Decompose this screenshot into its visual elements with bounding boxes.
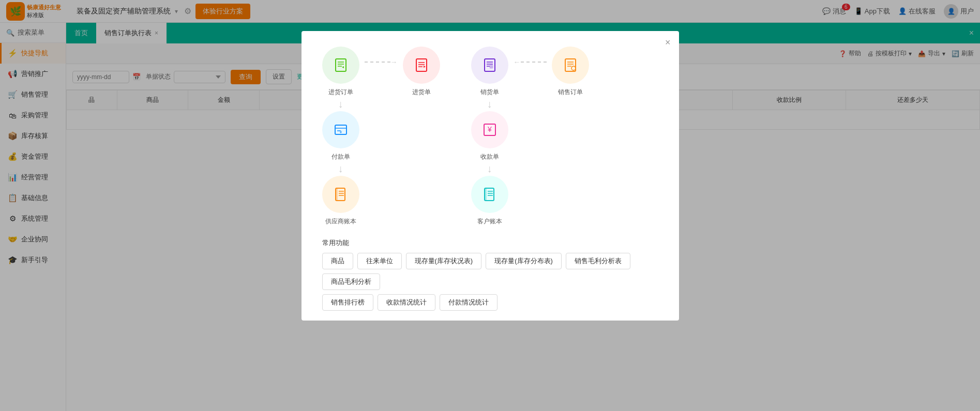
func-btn-sales-gross[interactable]: 销售毛利分析表 bbox=[566, 253, 630, 269]
func-btn-product-gross[interactable]: 商品毛利分析 bbox=[322, 273, 380, 290]
func-btn-partner[interactable]: 往来单位 bbox=[357, 253, 402, 269]
func-btn-payment-stats[interactable]: 付款情况统计 bbox=[440, 294, 497, 311]
purchase-order-label: 进货订单 bbox=[328, 88, 353, 97]
flow-node-payment-slip[interactable]: ¥ 付款单 bbox=[322, 111, 359, 161]
flow-col-mid-right: 销货单 ↓ ¥ 收款单 ↓ 客户账本 bbox=[471, 47, 508, 226]
flow-node-purchase-order[interactable]: 进货订单 bbox=[322, 47, 359, 97]
supplier-ledger-icon bbox=[322, 176, 359, 213]
func-btn-receipt-stats[interactable]: 收款情况统计 bbox=[378, 294, 435, 311]
flow-node-purchase-receipt[interactable]: 进货单 bbox=[403, 47, 440, 97]
purchase-order-icon bbox=[322, 47, 359, 84]
purchase-receipt-label: 进货单 bbox=[412, 88, 431, 97]
flow-node-receipt-slip[interactable]: ¥ 收款单 bbox=[471, 111, 508, 161]
modal: × 进货订单 ↓ ¥ 付款单 ↓ bbox=[301, 31, 679, 321]
modal-scroll-area: ◀ ▶ bbox=[322, 320, 658, 321]
payment-slip-label: 付款单 bbox=[331, 153, 350, 161]
svg-rect-0 bbox=[336, 59, 346, 71]
customer-ledger-icon bbox=[471, 176, 508, 213]
sales-invoice-icon bbox=[471, 47, 508, 84]
receipt-slip-icon: ¥ bbox=[471, 111, 508, 148]
arrow-v-2: ↓ bbox=[338, 161, 343, 176]
arrow-v-3: ↓ bbox=[487, 97, 492, 111]
svg-rect-21 bbox=[490, 65, 493, 68]
func-buttons-row2: 销售排行榜 收款情况统计 付款情况统计 bbox=[322, 294, 658, 311]
receipt-slip-label: 收款单 bbox=[480, 153, 499, 161]
arrow-v-4: ↓ bbox=[487, 161, 492, 176]
sales-invoice-label: 销货单 bbox=[480, 88, 499, 97]
arrow-h-sales: ← bbox=[508, 58, 552, 66]
flow-col-left: 进货订单 ↓ ¥ 付款单 ↓ 供应商账本 bbox=[322, 47, 359, 226]
flow-node-sales-order[interactable]: 销售订单 bbox=[552, 47, 589, 97]
func-buttons-row1: 商品 往来单位 现存量(库存状况表) 现存量(库存分布表) 销售毛利分析表 商品… bbox=[322, 253, 658, 290]
func-btn-stock-dist[interactable]: 现存量(库存分布表) bbox=[486, 253, 562, 269]
purchase-receipt-icon bbox=[403, 47, 440, 84]
func-btn-product[interactable]: 商品 bbox=[322, 253, 353, 269]
flow-node-customer-ledger[interactable]: 客户账本 bbox=[471, 176, 508, 226]
customer-ledger-label: 客户账本 bbox=[477, 217, 502, 226]
svg-rect-13 bbox=[416, 59, 427, 71]
common-funcs-title: 常用功能 bbox=[322, 238, 658, 248]
svg-text:¥: ¥ bbox=[487, 125, 492, 133]
scroll-right-icon[interactable]: ▶ bbox=[653, 320, 658, 321]
func-btn-stock-status[interactable]: 现存量(库存状况表) bbox=[406, 253, 482, 269]
svg-rect-29 bbox=[565, 59, 576, 71]
arrow-h-purchase: → bbox=[359, 58, 403, 66]
common-functions: 常用功能 商品 往来单位 现存量(库存状况表) 现存量(库存分布表) 销售毛利分… bbox=[322, 238, 658, 311]
func-btn-sales-rank[interactable]: 销售排行榜 bbox=[322, 294, 373, 311]
flow-col-right: 销售订单 bbox=[552, 47, 589, 97]
sales-order-label: 销售订单 bbox=[558, 88, 583, 97]
svg-text:¥: ¥ bbox=[339, 130, 342, 134]
scroll-left-icon[interactable]: ◀ bbox=[322, 320, 328, 321]
arrow-v-1: ↓ bbox=[338, 97, 343, 111]
flow-node-supplier-ledger[interactable]: 供应商账本 bbox=[322, 176, 359, 226]
sales-order-icon bbox=[552, 47, 589, 84]
svg-rect-25 bbox=[485, 188, 487, 201]
flow-diagram: 进货订单 ↓ ¥ 付款单 ↓ 供应商账本 bbox=[322, 47, 658, 226]
flow-col-mid-left: 进货单 bbox=[403, 47, 440, 97]
svg-rect-9 bbox=[336, 188, 338, 201]
flow-node-sales-invoice[interactable]: 销货单 bbox=[471, 47, 508, 97]
payment-slip-icon: ¥ bbox=[322, 111, 359, 148]
modal-overlay[interactable]: × 进货订单 ↓ ¥ 付款单 ↓ bbox=[0, 0, 980, 411]
supplier-ledger-label: 供应商账本 bbox=[325, 217, 356, 226]
modal-close-button[interactable]: × bbox=[665, 37, 671, 48]
svg-point-33 bbox=[571, 66, 576, 70]
